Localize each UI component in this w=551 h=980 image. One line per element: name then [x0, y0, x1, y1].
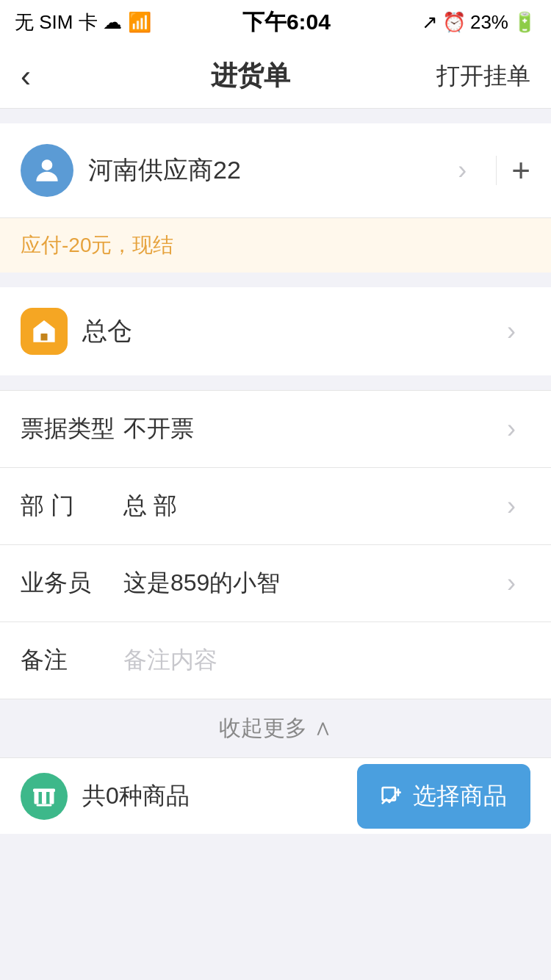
supplier-section: 河南供应商22 › + 应付-20元，现结: [0, 123, 551, 273]
svg-rect-7: [37, 804, 52, 806]
nav-bar: ‹ 进货单 打开挂单: [0, 44, 551, 109]
product-cart-icon: [31, 783, 57, 810]
remark-input[interactable]: 备注内容: [123, 644, 530, 677]
alarm-icon: ⏰: [442, 11, 466, 34]
svg-rect-3: [35, 790, 39, 804]
back-button[interactable]: ‹: [21, 59, 65, 94]
invoice-chevron-icon: ›: [507, 414, 516, 444]
select-product-button[interactable]: 选择商品: [357, 764, 530, 829]
svg-point-0: [42, 159, 53, 170]
avatar: [21, 144, 73, 197]
invoice-value: 不开票: [123, 413, 507, 445]
section-gap-1: [0, 109, 551, 123]
invoice-row[interactable]: 票据类型 不开票 ›: [0, 390, 551, 467]
salesman-value: 这是859的小智: [123, 567, 507, 599]
vertical-separator: [496, 156, 497, 185]
warehouse-row[interactable]: 总仓 ›: [0, 287, 551, 375]
department-chevron-icon: ›: [507, 491, 516, 522]
svg-rect-2: [41, 334, 48, 342]
sim-label: 无 SIM 卡 ☁: [15, 10, 122, 35]
supplier-row[interactable]: 河南供应商22 › +: [0, 123, 551, 218]
svg-rect-5: [50, 790, 54, 804]
warehouse-chevron-icon: ›: [507, 316, 516, 347]
battery-label: 23%: [470, 11, 508, 34]
open-pending-button[interactable]: 打开挂单: [436, 60, 530, 93]
page-title: 进货单: [211, 58, 290, 94]
svg-rect-6: [33, 788, 55, 792]
status-right: ↗ ⏰ 23% 🔋: [422, 11, 536, 34]
warehouse-section: 总仓 ›: [0, 287, 551, 375]
svg-rect-4: [42, 790, 46, 804]
battery-icon: 🔋: [513, 11, 536, 34]
salesman-label: 业务员: [21, 567, 123, 599]
collapse-label: 收起更多 ∧: [219, 713, 331, 743]
status-bar: 无 SIM 卡 ☁ 📶 下午6:04 ↗ ⏰ 23% 🔋: [0, 0, 551, 44]
warehouse-icon: [31, 318, 57, 345]
department-value: 总 部: [123, 490, 507, 522]
wifi-icon: 📶: [128, 11, 151, 34]
department-row[interactable]: 部 门 总 部 ›: [0, 467, 551, 544]
form-section: 票据类型 不开票 › 部 门 总 部 › 业务员 这是859的小智 › 备注 备…: [0, 390, 551, 699]
status-time: 下午6:04: [242, 7, 331, 37]
salesman-row[interactable]: 业务员 这是859的小智 ›: [0, 544, 551, 621]
chevron-right-icon: ›: [458, 155, 467, 186]
notice-bar: 应付-20元，现结: [0, 218, 551, 273]
invoice-label: 票据类型: [21, 413, 123, 445]
remark-row[interactable]: 备注 备注内容: [0, 621, 551, 699]
location-icon: ↗: [422, 11, 438, 34]
warehouse-icon-wrap: [21, 308, 68, 355]
supplier-name: 河南供应商22: [88, 154, 458, 187]
product-bar: 共0种商品 选择商品: [0, 757, 551, 834]
select-product-icon: [381, 785, 404, 808]
department-label: 部 门: [21, 490, 123, 522]
notice-text: 应付-20元，现结: [21, 234, 173, 256]
section-gap-3: [0, 375, 551, 390]
bottom-background: [0, 834, 551, 980]
section-gap-2: [0, 273, 551, 287]
status-left: 无 SIM 卡 ☁ 📶: [15, 10, 151, 35]
product-icon-wrap: [21, 773, 68, 820]
select-product-label: 选择商品: [413, 780, 507, 813]
add-supplier-button[interactable]: +: [511, 154, 530, 187]
user-icon: [31, 154, 63, 187]
collapse-bar[interactable]: 收起更多 ∧: [0, 699, 551, 757]
warehouse-name: 总仓: [82, 314, 507, 348]
product-count: 共0种商品: [82, 780, 357, 813]
remark-label: 备注: [21, 644, 123, 677]
salesman-chevron-icon: ›: [507, 568, 516, 599]
